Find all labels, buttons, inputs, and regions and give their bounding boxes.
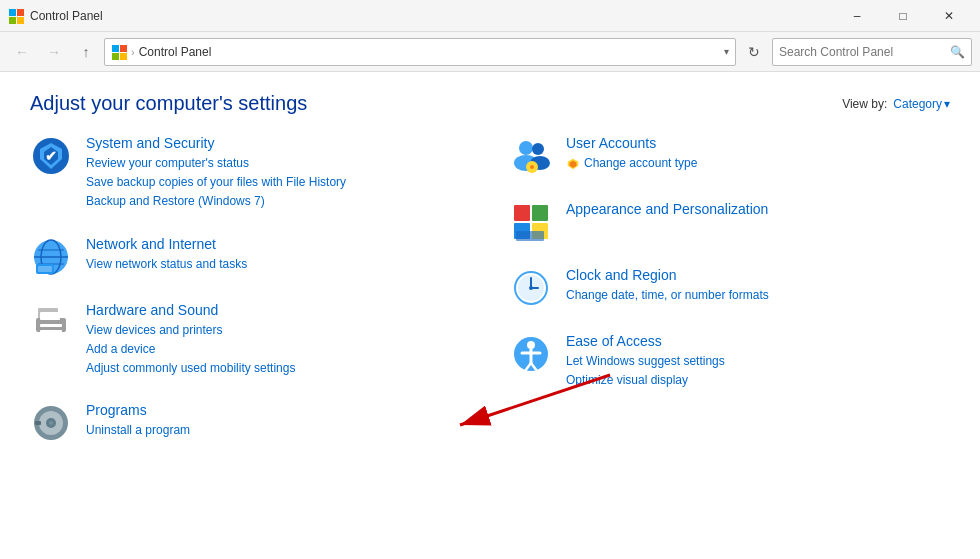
clock-region-icon [510, 267, 552, 309]
category-user-accounts: User Accounts Change account type [510, 135, 950, 177]
network-internet-text: Network and Internet View network status… [86, 236, 247, 274]
programs-link-1[interactable]: Uninstall a program [86, 421, 190, 440]
appearance-icon-svg [510, 201, 552, 243]
ease-of-access-link-1[interactable]: Let Windows suggest settings [566, 352, 725, 371]
network-internet-link-1[interactable]: View network status and tasks [86, 255, 247, 274]
appearance-title[interactable]: Appearance and Personalization [566, 201, 768, 217]
programs-title[interactable]: Programs [86, 402, 190, 418]
search-input[interactable] [779, 45, 946, 59]
ease-of-access-icon [510, 333, 552, 375]
appearance-icon [510, 201, 552, 243]
network-internet-icon [30, 236, 72, 278]
up-button[interactable]: ↑ [72, 38, 100, 66]
page-title: Adjust your computer's settings [30, 92, 307, 115]
svg-rect-18 [38, 266, 52, 272]
search-bar[interactable]: 🔍 [772, 38, 972, 66]
category-clock-region: Clock and Region Change date, time, or n… [510, 267, 950, 309]
category-system-security: ✔ System and Security Review your comput… [30, 135, 470, 212]
svg-point-27 [49, 421, 53, 425]
address-text: Control Panel [139, 45, 720, 59]
svg-rect-1 [17, 9, 24, 16]
system-security-title[interactable]: System and Security [86, 135, 346, 151]
printer-icon [30, 302, 72, 344]
main-header: Adjust your computer's settings View by:… [30, 92, 950, 115]
category-programs: Programs Uninstall a program [30, 402, 470, 444]
clock-region-link-1[interactable]: Change date, time, or number formats [566, 286, 769, 305]
system-security-link-1[interactable]: Review your computer's status [86, 154, 346, 173]
ease-of-access-text: Ease of Access Let Windows suggest setti… [566, 333, 725, 390]
maximize-button[interactable]: □ [880, 0, 926, 32]
svg-rect-21 [40, 324, 62, 327]
system-security-link-3[interactable]: Backup and Restore (Windows 7) [86, 192, 346, 211]
close-button[interactable]: ✕ [926, 0, 972, 32]
svg-point-47 [529, 286, 533, 290]
left-column: ✔ System and Security Review your comput… [30, 135, 470, 468]
clock-region-text: Clock and Region Change date, time, or n… [566, 267, 769, 305]
category-hardware-sound: Hardware and Sound View devices and prin… [30, 302, 470, 379]
titlebar-controls: – □ ✕ [834, 0, 972, 32]
svg-rect-5 [120, 45, 127, 52]
titlebar-left: Control Panel [8, 8, 103, 24]
forward-button[interactable]: → [40, 38, 68, 66]
svg-rect-23 [40, 312, 60, 320]
content-area: ✔ System and Security Review your comput… [30, 135, 950, 468]
svg-point-34 [530, 165, 534, 169]
clock-icon [510, 267, 552, 309]
right-column: User Accounts Change account type [510, 135, 950, 468]
disk-icon [30, 402, 72, 444]
category-appearance: Appearance and Personalization [510, 201, 950, 243]
refresh-button[interactable]: ↻ [740, 38, 768, 66]
viewby-link[interactable]: Category ▾ [893, 97, 950, 111]
svg-rect-3 [17, 17, 24, 24]
network-internet-title[interactable]: Network and Internet [86, 236, 247, 252]
user-accounts-title[interactable]: User Accounts [566, 135, 697, 151]
system-security-link-2[interactable]: Save backup copies of your files with Fi… [86, 173, 346, 192]
shield-icon: ✔ [30, 135, 72, 177]
users-icon [510, 135, 552, 177]
hardware-sound-link-2[interactable]: Add a device [86, 340, 295, 359]
search-icon[interactable]: 🔍 [950, 45, 965, 59]
system-security-text: System and Security Review your computer… [86, 135, 346, 212]
toolbar: ← → ↑ › Control Panel ▾ ↻ 🔍 [0, 32, 980, 72]
address-separator: › [131, 46, 135, 58]
appearance-text: Appearance and Personalization [566, 201, 768, 220]
svg-rect-4 [112, 45, 119, 52]
svg-rect-6 [112, 53, 119, 60]
svg-rect-28 [35, 421, 41, 425]
hardware-sound-title[interactable]: Hardware and Sound [86, 302, 295, 318]
viewby-value: Category [893, 97, 942, 111]
category-network-internet: Network and Internet View network status… [30, 236, 470, 278]
viewby-arrow: ▾ [944, 97, 950, 111]
svg-rect-2 [9, 17, 16, 24]
back-button[interactable]: ← [8, 38, 36, 66]
hardware-sound-link-1[interactable]: View devices and printers [86, 321, 295, 340]
user-accounts-link-1[interactable]: Change account type [584, 154, 697, 173]
programs-text: Programs Uninstall a program [86, 402, 190, 440]
shield-small-icon [566, 157, 580, 171]
svg-rect-7 [120, 53, 127, 60]
globe-icon [30, 236, 72, 278]
app-icon [8, 8, 24, 24]
main-content: Adjust your computer's settings View by:… [0, 72, 980, 559]
clock-region-title[interactable]: Clock and Region [566, 267, 769, 283]
window-title: Control Panel [30, 9, 103, 23]
ease-of-access-link-2[interactable]: Optimize visual display [566, 371, 725, 390]
address-dropdown-arrow[interactable]: ▾ [724, 46, 729, 57]
svg-text:✔: ✔ [45, 148, 57, 164]
address-bar-icon [111, 44, 127, 60]
svg-rect-22 [40, 330, 62, 338]
hardware-sound-link-3[interactable]: Adjust commonly used mobility settings [86, 359, 295, 378]
svg-rect-41 [516, 231, 544, 241]
svg-rect-38 [532, 205, 548, 221]
titlebar: Control Panel – □ ✕ [0, 0, 980, 32]
ease-of-access-title[interactable]: Ease of Access [566, 333, 725, 349]
svg-rect-37 [514, 205, 530, 221]
minimize-button[interactable]: – [834, 0, 880, 32]
hardware-sound-icon [30, 302, 72, 344]
svg-point-29 [519, 141, 533, 155]
address-bar: › Control Panel ▾ [104, 38, 736, 66]
user-accounts-icon [510, 135, 552, 177]
svg-point-31 [532, 143, 544, 155]
accessibility-icon [510, 333, 552, 375]
view-by: View by: Category ▾ [842, 97, 950, 111]
